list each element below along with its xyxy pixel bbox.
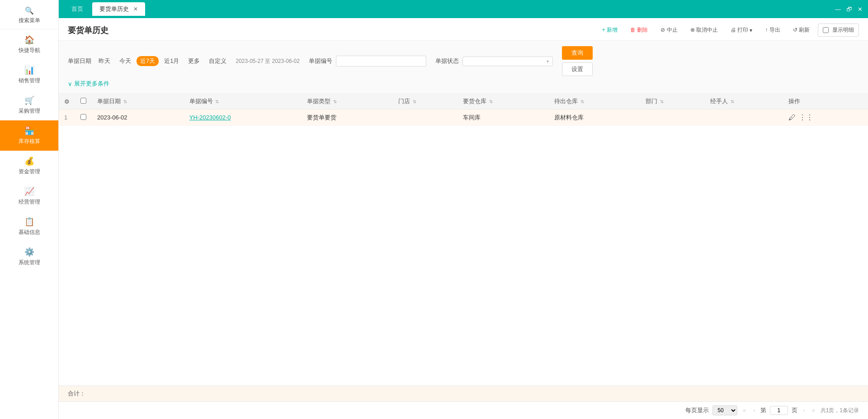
- tab-bar-right: — 🗗 ✕: [835, 6, 863, 13]
- cell-doc-no: YH-20230602-0: [184, 110, 302, 126]
- cell-store: [393, 110, 458, 126]
- action-buttons-right: 查询 设置: [562, 46, 593, 76]
- sidebar-item-label: 经营管理: [19, 198, 40, 206]
- trending-icon: 📈: [24, 186, 34, 196]
- cell-doc-date: 2023-06-02: [92, 110, 184, 126]
- cancel-stop-button-label: ⊗ 取消中止: [690, 26, 718, 34]
- sidebar-item-label: 基础信息: [19, 229, 40, 236]
- list-icon: 📋: [24, 217, 34, 227]
- date-last7-btn[interactable]: 近7天: [137, 56, 159, 66]
- window-minimize-btn[interactable]: —: [835, 6, 841, 13]
- sidebar-item-quick-nav[interactable]: 🏠 快捷导航: [0, 29, 58, 60]
- th-pending-warehouse[interactable]: 待出仓库 ⇅: [549, 94, 640, 110]
- date-last-month-btn[interactable]: 近1月: [160, 56, 183, 66]
- sidebar-item-system[interactable]: ⚙️ 系统管理: [0, 242, 58, 272]
- delete-button-label: 🗑 删除: [630, 26, 648, 34]
- sort-icon: ⇅: [489, 99, 493, 104]
- cart-icon: 🛒: [24, 95, 34, 105]
- display-detail-button[interactable]: 显示明细: [818, 24, 859, 37]
- first-page-btn[interactable]: «: [741, 406, 748, 414]
- window-close-btn[interactable]: ✕: [858, 6, 863, 13]
- tab-home[interactable]: 首页: [64, 2, 90, 16]
- page: 要货单历史 + 新增 🗑 删除 ⊘ 中止 ⊗ 取消中止 🖨 打印 ▾: [59, 18, 868, 419]
- stop-button[interactable]: ⊘ 中止: [656, 24, 682, 36]
- table-footer: 合计：: [59, 386, 868, 401]
- th-settings[interactable]: ⚙: [59, 94, 75, 110]
- sidebar-item-purchase[interactable]: 🛒 采购管理: [0, 90, 58, 120]
- sidebar-item-sales[interactable]: 📊 销售管理: [0, 60, 58, 90]
- expand-more-btn[interactable]: ∨ 展开更多条件: [68, 80, 859, 88]
- query-button[interactable]: 查询: [562, 46, 593, 60]
- delete-button[interactable]: 🗑 删除: [626, 24, 652, 36]
- sort-icon: ⇅: [413, 99, 416, 104]
- cell-doc-type: 要货单要货: [302, 110, 393, 126]
- page-header: 要货单历史 + 新增 🗑 删除 ⊘ 中止 ⊗ 取消中止 🖨 打印 ▾: [59, 18, 868, 41]
- doc-status-select[interactable]: ▾: [462, 57, 553, 66]
- prev-page-btn[interactable]: ‹: [751, 406, 757, 414]
- filter-doc-date: 单据日期 昨天 今天 近7天 近1月: [68, 56, 300, 66]
- next-page-btn[interactable]: ›: [801, 406, 807, 414]
- doc-no-input[interactable]: [336, 56, 426, 67]
- new-button-label: + 新增: [602, 26, 618, 34]
- sidebar-item-label: 系统管理: [19, 259, 40, 267]
- sidebar-search[interactable]: 🔍 搜索菜单: [0, 0, 58, 29]
- new-button[interactable]: + 新增: [598, 24, 622, 36]
- sidebar-item-label: 资金管理: [19, 168, 40, 176]
- filter-row: 单据日期 昨天 今天 近7天 近1月: [68, 46, 859, 76]
- th-doc-type[interactable]: 单据类型 ⇅: [302, 94, 393, 110]
- sort-icon: ⇅: [333, 99, 337, 104]
- filter-doc-no: 单据编号: [309, 56, 426, 67]
- filter-doc-status: 单据状态 ▾: [435, 57, 553, 66]
- page-actions: + 新增 🗑 删除 ⊘ 中止 ⊗ 取消中止 🖨 打印 ▾ ↑ 导出: [598, 24, 859, 37]
- th-checkbox: [75, 94, 92, 110]
- last-page-btn[interactable]: »: [810, 406, 817, 414]
- more-icon[interactable]: ⋮⋮: [799, 114, 813, 121]
- th-doc-date[interactable]: 单据日期 ⇅: [92, 94, 184, 110]
- doc-no-link[interactable]: YH-20230602-0: [189, 114, 231, 121]
- doc-status-label: 单据状态: [435, 57, 459, 65]
- sidebar-item-operations[interactable]: 📈 经营管理: [0, 181, 58, 211]
- sidebar-item-finance[interactable]: 💰 资金管理: [0, 151, 58, 181]
- tab-home-label: 首页: [71, 5, 83, 12]
- date-more-btn[interactable]: 更多: [184, 56, 203, 66]
- page-input[interactable]: [770, 406, 788, 415]
- th-handler[interactable]: 经手人 ⇅: [705, 94, 783, 110]
- page-size-label: 每页显示: [685, 406, 709, 414]
- th-department[interactable]: 部门 ⇅: [640, 94, 705, 110]
- chevron-down-icon: ∨: [68, 81, 72, 87]
- display-detail-label: 显示明细: [832, 26, 854, 34]
- sidebar-item-label: 销售管理: [19, 77, 40, 85]
- select-all-checkbox[interactable]: [80, 98, 86, 104]
- window-restore-btn[interactable]: 🗗: [846, 6, 852, 13]
- print-dropdown-icon[interactable]: ▾: [750, 27, 752, 33]
- sidebar-item-basic-info[interactable]: 📋 基础信息: [0, 211, 58, 242]
- date-today-btn[interactable]: 今天: [116, 56, 135, 66]
- th-operation: 操作: [783, 94, 868, 110]
- date-custom-btn[interactable]: 自定义: [205, 56, 230, 66]
- display-detail-checkbox[interactable]: [823, 27, 829, 33]
- table-header: ⚙ 单据日期 ⇅ 单据编号 ⇅ 单据类型: [59, 94, 868, 110]
- sort-icon: ⇅: [580, 99, 584, 104]
- th-doc-no[interactable]: 单据编号 ⇅: [184, 94, 302, 110]
- th-store[interactable]: 门店 ⇅: [393, 94, 458, 110]
- date-yesterday-btn[interactable]: 昨天: [95, 56, 114, 66]
- page-size-select[interactable]: 50 10 20 100: [712, 405, 737, 415]
- sidebar-item-inventory[interactable]: 🏪 库存核算: [0, 120, 58, 151]
- tab-requisition-history[interactable]: 要货单历史 ✕: [92, 2, 145, 16]
- tab-close-icon[interactable]: ✕: [133, 6, 138, 12]
- table-row: 1 2023-06-02 YH-20230602-0 要货单要货 车间库 原材料…: [59, 110, 868, 126]
- th-req-warehouse[interactable]: 要货仓库 ⇅: [458, 94, 549, 110]
- print-button[interactable]: 🖨 打印 ▾: [726, 24, 757, 36]
- cell-req-warehouse: 车间库: [458, 110, 549, 126]
- cancel-stop-button[interactable]: ⊗ 取消中止: [686, 24, 722, 36]
- sidebar-item-label: 快捷导航: [19, 47, 40, 54]
- doc-date-label: 单据日期: [68, 57, 91, 65]
- refresh-button-label: ↺ 刷新: [793, 26, 810, 34]
- set-button[interactable]: 设置: [562, 62, 593, 76]
- export-button[interactable]: ↑ 导出: [760, 24, 784, 36]
- refresh-button[interactable]: ↺ 刷新: [788, 24, 814, 36]
- sidebar: 🔍 搜索菜单 🏠 快捷导航 📊 销售管理 🛒 采购管理 🏪 库存核算 💰 资金管…: [0, 0, 59, 419]
- view-icon[interactable]: 🖊: [788, 114, 796, 121]
- row-checkbox[interactable]: [80, 114, 86, 120]
- row-index: 1: [59, 110, 75, 126]
